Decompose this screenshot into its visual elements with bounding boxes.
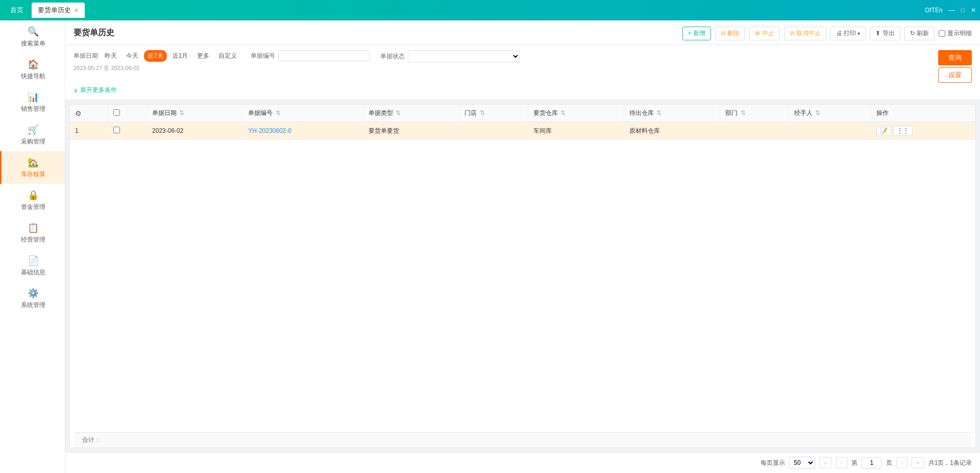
sidebar-item-sales-mgmt[interactable]: 📊 销售管理 [0, 86, 65, 119]
date-btn-today[interactable]: 今天 [122, 50, 142, 62]
first-page-btn[interactable]: « [819, 457, 832, 468]
col-department-label: 部门 [725, 109, 738, 116]
toolbar: + 新增 ⊖ 删除 ⊗ 中止 ⊘ 取消中止 🖨 打印 ▾ ⬆ 导出 ↻ 刷新 显… [682, 27, 972, 40]
display-detail-label[interactable]: 显示明细 [939, 29, 972, 38]
export-button[interactable]: ⬆ 导出 [870, 27, 900, 40]
sidebar-item-quick-nav[interactable]: 🏠 快捷导航 [0, 53, 65, 86]
sidebar-item-system-mgmt[interactable]: ⚙️ 系统管理 [0, 282, 65, 315]
tab-home[interactable]: 首页 [4, 3, 30, 18]
system-mgmt-icon: ⚙️ [28, 288, 39, 299]
column-settings-btn[interactable]: ⚙ [75, 109, 82, 117]
tab-close-icon[interactable]: ✕ [74, 7, 79, 14]
delete-button[interactable]: ⊖ 删除 [715, 27, 745, 40]
print-button[interactable]: 🖨 打印 ▾ [830, 27, 866, 40]
page-size-select[interactable]: 50 10 20 100 [789, 457, 815, 469]
row-department [720, 122, 789, 140]
close-btn[interactable]: ✕ [971, 7, 976, 14]
doc-status-filter-group: 单据状态 [380, 50, 520, 62]
col-pending-warehouse[interactable]: 待出仓库 ⇅ [624, 105, 720, 122]
sidebar-item-purchase-mgmt-label: 采购管理 [21, 137, 45, 146]
col-department[interactable]: 部门 ⇅ [720, 105, 789, 122]
cancel-stop-button[interactable]: ⊘ 取消中止 [784, 27, 826, 40]
sidebar-item-basic-info[interactable]: 📄 基础信息 [0, 249, 65, 282]
new-button[interactable]: + 新增 [682, 27, 711, 40]
search-button[interactable]: 查询 [938, 50, 972, 65]
current-page-input[interactable] [862, 457, 882, 468]
row-edit-btn[interactable]: 📝 [876, 126, 891, 136]
page-size-label: 每页显示 [761, 459, 785, 467]
stop-button[interactable]: ⊗ 中止 [749, 27, 779, 40]
col-req-warehouse-label: 要货仓库 [533, 109, 558, 116]
row-doc-date: 2023-06-02 [147, 122, 243, 140]
select-all-checkbox[interactable] [113, 109, 120, 116]
col-store-label: 门店 [464, 109, 477, 116]
refresh-button[interactable]: ↻ 刷新 [904, 27, 935, 40]
print-dropdown-icon[interactable]: ▾ [857, 31, 860, 36]
date-btn-yesterday[interactable]: 昨天 [101, 50, 120, 62]
date-btn-7days[interactable]: 近7天 [144, 50, 167, 62]
page-unit: 页 [886, 459, 892, 467]
sort-department-icon[interactable]: ⇅ [741, 109, 746, 116]
prev-page-btn[interactable]: ‹ [836, 457, 847, 468]
sidebar-item-search-menu[interactable]: 🔍 搜索菜单 [0, 20, 65, 53]
doc-no-link[interactable]: YH-20230602-0 [248, 127, 291, 134]
col-store[interactable]: 门店 ⇅ [459, 105, 528, 122]
date-filter-buttons: 昨天 今天 近7天 近1月 更多 自定义 [101, 50, 240, 62]
date-btn-more[interactable]: 更多 [193, 50, 213, 62]
minimize-btn[interactable]: — [949, 7, 955, 14]
row-checkbox [108, 122, 147, 140]
date-btn-1month[interactable]: 近1月 [169, 50, 192, 62]
doc-no-input[interactable] [278, 50, 370, 61]
sort-req-warehouse-icon[interactable]: ⇅ [560, 109, 566, 116]
col-settings: ⚙ [70, 105, 108, 122]
sort-store-icon[interactable]: ⇅ [480, 109, 485, 116]
sidebar-item-finance-mgmt-label: 资金管理 [21, 203, 45, 211]
date-filter-section: 单据日期 昨天 今天 近7天 近1月 更多 自定义 2023-05-27 至 2… [74, 50, 240, 72]
pagination-bar: 每页显示 50 10 20 100 « ‹ 第 页 › » 共1页，1条记录 [65, 452, 980, 473]
sort-doc-no-icon[interactable]: ⇅ [276, 109, 281, 116]
finance-mgmt-icon: 🔒 [28, 190, 39, 201]
last-page-btn[interactable]: » [912, 457, 924, 468]
display-detail-text: 显示明细 [947, 29, 972, 38]
col-doc-date[interactable]: 单据日期 ⇅ [147, 105, 243, 122]
tab-requisition-history[interactable]: 要货单历史 ✕ [32, 3, 85, 18]
sort-doc-date-icon[interactable]: ⇅ [179, 109, 184, 116]
expand-more-btn[interactable]: ∨ 展开更多条件 [74, 86, 972, 94]
row-store [459, 122, 528, 140]
row-index: 1 [70, 122, 108, 140]
col-doc-type-label: 单据类型 [369, 109, 393, 116]
date-btn-custom[interactable]: 自定义 [215, 50, 240, 62]
col-req-warehouse[interactable]: 要货仓库 ⇅ [528, 105, 624, 122]
col-doc-type[interactable]: 单据类型 ⇅ [363, 105, 459, 122]
row-more-btn[interactable]: ⋮⋮ [893, 126, 913, 136]
content-area: 要货单历史 + 新增 ⊖ 删除 ⊗ 中止 ⊘ 取消中止 🖨 打印 ▾ ⬆ 导出 … [65, 20, 980, 473]
sidebar-item-finance-mgmt[interactable]: 🔒 资金管理 [0, 184, 65, 217]
total-info: 共1页，1条记录 [928, 459, 972, 467]
row-req-warehouse: 车间库 [528, 122, 624, 140]
row-doc-no[interactable]: YH-20230602-0 [243, 122, 363, 140]
next-page-btn[interactable]: › [896, 457, 908, 468]
brand-label: OfTEn [925, 7, 943, 14]
doc-no-label: 单据编号 [251, 52, 275, 60]
display-detail-checkbox[interactable] [939, 30, 945, 37]
sidebar-item-inventory[interactable]: 🏡 库存核算 [0, 151, 65, 184]
col-doc-no-label: 单据编号 [248, 109, 273, 116]
table-row: 1 2023-06-02 YH-20230602-0 要货单要货 车间库 [70, 122, 975, 140]
date-filter-label: 单据日期 [74, 52, 98, 60]
doc-status-select[interactable] [408, 50, 520, 62]
filter-top-row: 单据日期 昨天 今天 近7天 近1月 更多 自定义 2023-05-27 至 2… [74, 50, 972, 83]
sort-handler-icon[interactable]: ⇅ [815, 109, 820, 116]
col-doc-no[interactable]: 单据编号 ⇅ [243, 105, 363, 122]
page-title: 要货单历史 [74, 28, 114, 38]
row-select-checkbox[interactable] [113, 127, 120, 133]
sidebar-item-operations-mgmt[interactable]: 📋 经营管理 [0, 217, 65, 249]
maximize-btn[interactable]: □ [961, 7, 965, 14]
sidebar-item-purchase-mgmt[interactable]: 🛒 采购管理 [0, 119, 65, 151]
print-label: 🖨 打印 [836, 29, 856, 38]
settings-button[interactable]: 设置 [938, 67, 972, 83]
col-handler[interactable]: 经手人 ⇅ [789, 105, 871, 122]
sort-pending-warehouse-icon[interactable]: ⇅ [656, 109, 662, 116]
sort-doc-type-icon[interactable]: ⇅ [396, 109, 401, 116]
basic-info-icon: 📄 [28, 255, 39, 266]
search-menu-icon: 🔍 [28, 26, 39, 37]
